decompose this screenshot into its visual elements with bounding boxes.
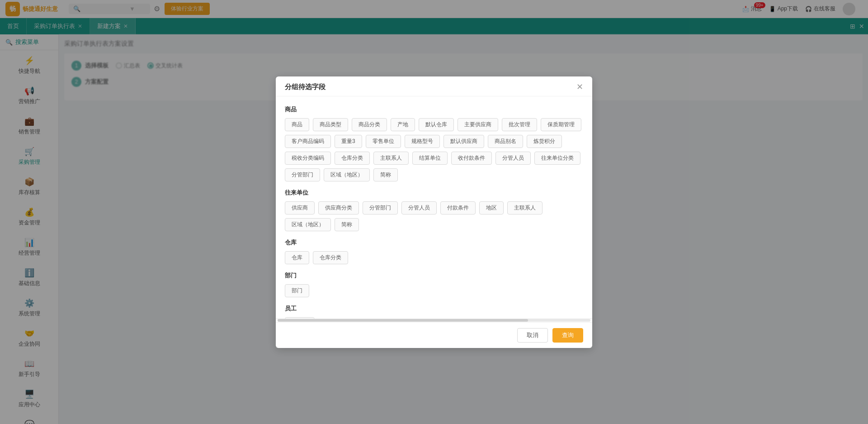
tag-goods-10[interactable]: 零售单位 <box>366 135 401 148</box>
tag-partner-1[interactable]: 供应商分类 <box>318 201 359 214</box>
tag-goods-5[interactable]: 主要供应商 <box>458 118 498 131</box>
tag-goods-13[interactable]: 商品别名 <box>488 135 523 148</box>
tag-goods-11[interactable]: 规格型号 <box>405 135 440 148</box>
modal-close-btn[interactable]: ✕ <box>576 83 583 91</box>
modal-footer: 取消 查询 <box>276 322 592 348</box>
section-goods-tags: 商品 商品类型 商品分类 产地 默认仓库 主要供应商 批次管理 保质期管理 客户… <box>285 118 583 181</box>
tag-department-0[interactable]: 部门 <box>285 284 309 297</box>
modal-body: 商品 商品 商品类型 商品分类 产地 默认仓库 主要供应商 批次管理 保质期管理… <box>276 96 592 319</box>
modal-header: 分组待选字段 ✕ <box>276 76 592 96</box>
confirm-button[interactable]: 查询 <box>552 328 583 343</box>
section-department-title: 部门 <box>285 272 583 280</box>
tag-goods-16[interactable]: 仓库分类 <box>335 152 370 165</box>
tag-goods-19[interactable]: 收付款条件 <box>451 152 492 165</box>
tag-goods-3[interactable]: 产地 <box>391 118 415 131</box>
section-partner-title: 往来单位 <box>285 189 583 197</box>
tag-partner-6[interactable]: 主联系人 <box>507 201 542 214</box>
tag-goods-12[interactable]: 默认供应商 <box>443 135 484 148</box>
tag-goods-18[interactable]: 结算单位 <box>412 152 448 165</box>
tag-partner-3[interactable]: 分管人员 <box>401 201 437 214</box>
tag-goods-4[interactable]: 默认仓库 <box>419 118 454 131</box>
section-partner-tags: 供应商 供应商分类 分管部门 分管人员 付款条件 地区 主联系人 区域（地区） … <box>285 201 583 231</box>
tag-goods-9[interactable]: 重量3 <box>335 135 362 148</box>
tag-goods-20[interactable]: 分管人员 <box>495 152 531 165</box>
section-warehouse-tags: 仓库 仓库分类 <box>285 251 583 264</box>
tag-goods-23[interactable]: 区域（地区） <box>324 168 370 181</box>
tag-partner-7[interactable]: 区域（地区） <box>285 218 331 231</box>
modal: 分组待选字段 ✕ 商品 商品 商品类型 商品分类 产地 默认仓库 主要供应商 批… <box>276 76 592 348</box>
tag-goods-1[interactable]: 商品类型 <box>313 118 348 131</box>
section-department-tags: 部门 <box>285 284 583 297</box>
tag-goods-7[interactable]: 保质期管理 <box>541 118 581 131</box>
tag-goods-22[interactable]: 分管部门 <box>285 168 320 181</box>
tag-warehouse-1[interactable]: 仓库分类 <box>313 251 348 264</box>
tag-goods-2[interactable]: 商品分类 <box>352 118 387 131</box>
tag-goods-14[interactable]: 炼货积分 <box>527 135 562 148</box>
tag-partner-4[interactable]: 付款条件 <box>440 201 476 214</box>
section-goods-title: 商品 <box>285 105 583 114</box>
section-warehouse-title: 仓库 <box>285 238 583 247</box>
tag-goods-17[interactable]: 主联系人 <box>373 152 409 165</box>
modal-overlay: 分组待选字段 ✕ 商品 商品 商品类型 商品分类 产地 默认仓库 主要供应商 批… <box>0 0 868 424</box>
tag-goods-15[interactable]: 税收分类编码 <box>285 152 331 165</box>
section-employee-title: 员工 <box>285 305 583 313</box>
tag-goods-6[interactable]: 批次管理 <box>502 118 537 131</box>
tag-goods-8[interactable]: 客户商品编码 <box>285 135 331 148</box>
tag-goods-21[interactable]: 往来单位分类 <box>534 152 580 165</box>
tag-goods-0[interactable]: 商品 <box>285 118 309 131</box>
modal-title: 分组待选字段 <box>285 83 326 91</box>
tag-partner-8[interactable]: 简称 <box>335 218 359 231</box>
modal-hscroll[interactable] <box>276 319 592 322</box>
tag-goods-24[interactable]: 简称 <box>373 168 398 181</box>
cancel-button[interactable]: 取消 <box>517 328 548 343</box>
tag-partner-2[interactable]: 分管部门 <box>363 201 398 214</box>
tag-partner-5[interactable]: 地区 <box>479 201 504 214</box>
tag-partner-0[interactable]: 供应商 <box>285 201 315 214</box>
tag-warehouse-0[interactable]: 仓库 <box>285 251 309 264</box>
